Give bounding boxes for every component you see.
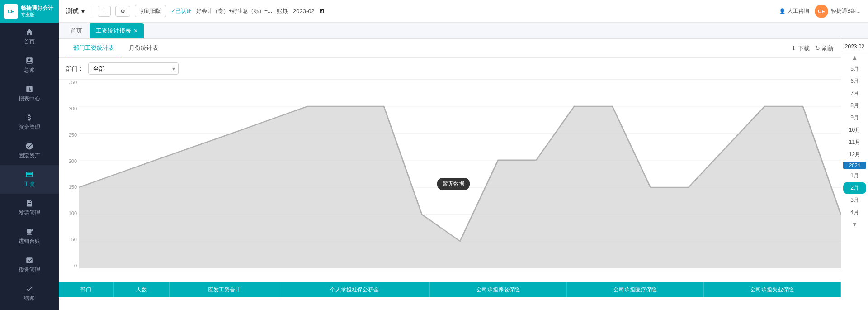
user-avatar: CE (815, 5, 828, 18)
y-label-0: 0 (59, 263, 79, 268)
y-label-100: 100 (59, 210, 79, 216)
sidebar-item-general-ledger[interactable]: 总账 (0, 51, 59, 80)
calendar-icon[interactable]: 🗓 (319, 8, 325, 14)
col-company-pension: 公司承担养老保险 (429, 282, 566, 297)
y-label-200: 200 (59, 158, 79, 164)
date-next-button[interactable]: ▼ (841, 219, 868, 229)
download-icon: ⬇ (791, 45, 796, 52)
date-year-badge: 2024 (843, 162, 866, 169)
y-label-150: 150 (59, 184, 79, 190)
sidebar-item-archive[interactable]: 归档管理 (0, 308, 59, 310)
y-label-350: 350 (59, 80, 79, 85)
date-month-4[interactable]: 4月 (841, 206, 868, 219)
date-month-3[interactable]: 3月 (841, 194, 868, 206)
sidebar-item-invoices[interactable]: 发票管理 (0, 194, 59, 222)
main-content: 测试 ▾ + ⚙ 切到旧版 ✓已认证 好会计（专）+好生意（标）+... 账期 … (59, 0, 868, 310)
sub-tabs-right: ⬇ 下载 ↻ 刷新 (791, 44, 834, 52)
sidebar-item-home[interactable]: 首页 (0, 23, 59, 51)
add-button[interactable]: + (98, 6, 111, 17)
col-department: 部门 (59, 282, 113, 297)
switch-mode-button[interactable]: 切到旧版 (135, 5, 166, 17)
app-logo: CE 畅捷通好会计 专业版 (0, 0, 59, 23)
date-month-5[interactable]: 5月 (841, 63, 868, 75)
col-company-unemployment: 公司承担失业保险 (703, 282, 840, 297)
date-month-8[interactable]: 8月 (841, 100, 868, 112)
chart-svg (79, 80, 841, 268)
page-content: 部门工资统计表 月份统计表 ⬇ 下载 ↻ 刷新 (59, 39, 868, 310)
sidebar-item-funds[interactable]: 资金管理 (0, 108, 59, 137)
topbar: 测试 ▾ + ⚙ 切到旧版 ✓已认证 好会计（专）+好生意（标）+... 账期 … (59, 0, 868, 23)
date-month-1[interactable]: 1月 (841, 170, 868, 182)
account-badges: 好会计（专）+好生意（标）+... (196, 7, 272, 15)
date-year-display: 2023.02 (841, 42, 868, 52)
period-value: 2023-02 (293, 8, 315, 14)
tab-close-button[interactable]: × (134, 28, 137, 34)
date-month-2-active[interactable]: 2月 (843, 182, 866, 194)
date-prev-button[interactable]: ▲ (841, 52, 868, 63)
col-total-salary: 应发工资合计 (169, 282, 279, 297)
payroll-table: 部门 人数 应发工资合计 个人承担社保公积金 公司承担养老保险 公司承担医疗保险… (59, 282, 841, 297)
y-label-50: 50 (59, 237, 79, 242)
y-axis-labels: 0 50 100 150 200 250 300 350 (59, 80, 79, 268)
sidebar-item-fixed-assets[interactable]: 固定资产 (0, 137, 59, 165)
date-month-6[interactable]: 6月 (841, 75, 868, 87)
y-label-250: 250 (59, 132, 79, 138)
refresh-icon: ↻ (815, 45, 820, 52)
user-service-btn[interactable]: 👤 人工咨询 (779, 7, 809, 15)
department-select[interactable]: 全部 部门一 部门二 部门三 (88, 62, 179, 75)
period-label: 账期 (277, 7, 288, 15)
tabs-row: 首页 工资统计报表 × (59, 23, 868, 39)
sidebar-nav: 首页 总账 报表中心 资金管理 固定资产 工资 发票管理 进销台账 (0, 23, 59, 310)
date-month-7[interactable]: 7月 (841, 87, 868, 100)
chart-svg-container: 暂无数据 (79, 80, 841, 268)
tab-home[interactable]: 首页 (63, 23, 90, 38)
sub-tabs: 部门工资统计表 月份统计表 ⬇ 下载 ↻ 刷新 (59, 39, 841, 58)
topbar-right: 👤 人工咨询 CE 轻捷通B组... (779, 5, 861, 18)
download-button[interactable]: ⬇ 下载 (791, 44, 810, 52)
department-select-wrapper: 全部 部门一 部门二 部门三 (88, 62, 179, 75)
sub-tabs-left: 部门工资统计表 月份统计表 (66, 39, 165, 57)
settings-button[interactable]: ⚙ (115, 6, 130, 17)
sidebar-item-sales[interactable]: 进销台账 (0, 222, 59, 251)
sub-tab-department[interactable]: 部门工资统计表 (66, 39, 122, 57)
date-month-9[interactable]: 9月 (841, 112, 868, 124)
certified-badge: ✓已认证 (171, 7, 192, 15)
sidebar-item-payroll[interactable]: 工资 (0, 165, 59, 194)
sidebar-item-settlement[interactable]: 结账 (0, 279, 59, 308)
right-panel: 2023.02 ▲ 5月 6月 7月 8月 9月 10月 11月 12月 202… (841, 39, 868, 310)
center-panel: 部门工资统计表 月份统计表 ⬇ 下载 ↻ 刷新 (59, 39, 841, 310)
date-month-12[interactable]: 12月 (841, 148, 868, 161)
dropdown-icon: ▾ (81, 8, 85, 15)
project-selector[interactable]: 测试 ▾ (66, 7, 85, 15)
user-profile[interactable]: CE 轻捷通B组... (815, 5, 861, 18)
logo-text: 畅捷通好会计 专业版 (21, 5, 53, 18)
col-group-personal: 个人承担社保公积金 (279, 282, 429, 297)
bottom-table: 部门 人数 应发工资合计 个人承担社保公积金 公司承担养老保险 公司承担医疗保险… (59, 282, 841, 310)
date-month-10[interactable]: 10月 (841, 124, 868, 136)
filter-row: 部门： 全部 部门一 部门二 部门三 (59, 58, 841, 80)
tab-payroll-report[interactable]: 工资统计报表 × (90, 23, 144, 38)
sub-tab-monthly[interactable]: 月份统计表 (122, 39, 165, 57)
refresh-button[interactable]: ↻ 刷新 (815, 44, 834, 52)
sidebar: CE 畅捷通好会计 专业版 首页 总账 报表中心 资金管理 固定资产 (0, 0, 59, 310)
date-month-11[interactable]: 11月 (841, 136, 868, 148)
department-filter-label: 部门： (66, 65, 84, 73)
col-headcount: 人数 (113, 282, 169, 297)
logo-icon: CE (4, 4, 18, 19)
col-company-medical: 公司承担医疗保险 (566, 282, 703, 297)
y-label-300: 300 (59, 106, 79, 111)
divider (91, 7, 91, 16)
sidebar-item-reports[interactable]: 报表中心 (0, 80, 59, 108)
chart-area: 0 50 100 150 200 250 300 350 (59, 80, 841, 282)
sidebar-item-tax[interactable]: 税务管理 (0, 251, 59, 279)
